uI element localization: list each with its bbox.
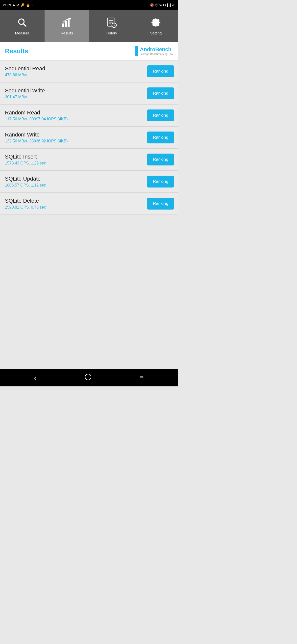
results-page-title: Results	[5, 47, 28, 55]
brand-subtitle: Storage Benchmarking Tool	[140, 52, 173, 56]
youtube-icon: ▶	[13, 3, 15, 7]
content-spacer	[0, 292, 178, 369]
result-sqlite-delete: SQLite Delete 2590.82 QPS, 0.78 sec Rank…	[0, 193, 178, 215]
search-icon	[17, 17, 28, 29]
brand-text: AndroBench Storage Benchmarking Tool	[140, 46, 173, 56]
ranking-button-sqlite-insert[interactable]: Ranking	[147, 154, 174, 166]
result-info: Sequential Write 201.47 MB/s	[5, 88, 147, 99]
tab-setting[interactable]: Setting	[134, 10, 178, 42]
results-header: Results AndroBench Storage Benchmarking …	[0, 42, 178, 60]
tab-results[interactable]: Results	[44, 10, 89, 42]
status-left: 21:39 ▶ M 🔑 🔥 •	[3, 3, 33, 7]
result-info: SQLite Insert 1578.43 QPS, 1.29 sec	[5, 154, 147, 166]
nav-tabs: Measure Results History	[0, 10, 178, 42]
dot-icon: •	[31, 3, 33, 7]
result-sequential-write: Sequential Write 201.47 MB/s Ranking	[0, 82, 178, 104]
tab-measure[interactable]: Measure	[0, 10, 44, 42]
svg-rect-2	[62, 23, 64, 27]
results-list: Sequential Read 478.86 MB/s Ranking Sequ…	[0, 60, 178, 292]
wifi-icon: WiFi	[159, 3, 166, 7]
ranking-button-sqlite-delete[interactable]: Ranking	[147, 198, 174, 210]
result-sequential-read: Sequential Read 478.86 MB/s Ranking	[0, 60, 178, 82]
key-icon: 🔑	[20, 3, 24, 7]
result-value: 201.47 MB/s	[5, 95, 147, 99]
back-button[interactable]: ‹	[29, 371, 41, 384]
menu-button[interactable]: ≡	[135, 372, 149, 384]
tab-history-label: History	[106, 31, 117, 35]
ranking-button-random-write[interactable]: Ranking	[147, 132, 174, 144]
result-random-read: Random Read 117.56 MB/s, 30097.04 IOPS (…	[0, 104, 178, 126]
result-name: SQLite Update	[5, 176, 147, 182]
result-value: 478.86 MB/s	[5, 73, 147, 77]
ranking-button-sequential-read[interactable]: Ranking	[147, 66, 174, 77]
result-info: Sequential Read 478.86 MB/s	[5, 66, 147, 77]
result-value: 1806.57 QPS, 1.12 sec	[5, 183, 147, 188]
result-info: Random Write 132.56 MB/s, 33936.92 IOPS …	[5, 132, 147, 144]
ranking-button-random-read[interactable]: Ranking	[147, 110, 174, 121]
history-icon	[106, 17, 117, 29]
result-name: SQLite Delete	[5, 198, 147, 204]
fire-icon: 🔥	[26, 3, 30, 7]
ranking-button-sequential-write[interactable]: Ranking	[147, 88, 174, 99]
result-name: Sequential Write	[5, 88, 147, 94]
home-button[interactable]	[80, 371, 96, 384]
battery-icon: 70	[172, 3, 175, 7]
result-info: Random Read 117.56 MB/s, 30097.04 IOPS (…	[5, 110, 147, 121]
result-value: 1578.43 QPS, 1.29 sec	[5, 161, 147, 166]
tab-measure-label: Measure	[15, 31, 29, 35]
result-info: SQLite Update 1806.57 QPS, 1.12 sec	[5, 176, 147, 188]
result-value: 117.56 MB/s, 30097.04 IOPS (4KB)	[5, 117, 147, 121]
menu-icon: ≡	[140, 374, 144, 382]
back-icon: ‹	[34, 374, 36, 382]
brand-name-part2: Bench	[155, 46, 171, 52]
results-icon	[61, 17, 72, 29]
ranking-button-sqlite-update[interactable]: Ranking	[147, 176, 174, 188]
result-value: 132.56 MB/s, 33936.92 IOPS (4KB)	[5, 139, 147, 144]
tab-setting-label: Setting	[150, 31, 162, 35]
svg-rect-3	[65, 21, 67, 27]
home-icon	[85, 374, 92, 382]
tab-results-label: Results	[61, 31, 73, 35]
brand-name: AndroBench	[140, 46, 173, 52]
brand-logo: AndroBench Storage Benchmarking Tool	[135, 46, 173, 56]
status-bar: 21:39 ▶ M 🔑 🔥 • 🔇 📳 WiFi ▌▐ 70	[0, 0, 178, 10]
status-time: 21:39	[3, 3, 11, 7]
brand-accent-bar	[135, 46, 138, 56]
result-sqlite-insert: SQLite Insert 1578.43 QPS, 1.29 sec Rank…	[0, 148, 178, 171]
result-info: SQLite Delete 2590.82 QPS, 0.78 sec	[5, 198, 147, 210]
svg-point-12	[85, 374, 91, 380]
mute-icon: 🔇	[150, 3, 154, 7]
result-name: SQLite Insert	[5, 154, 147, 160]
result-sqlite-update: SQLite Update 1806.57 QPS, 1.12 sec Rank…	[0, 171, 178, 193]
setting-icon	[150, 17, 161, 29]
tab-history[interactable]: History	[89, 10, 134, 42]
svg-rect-4	[68, 19, 69, 27]
result-name: Random Write	[5, 132, 147, 138]
status-right: 🔇 📳 WiFi ▌▐ 70	[150, 3, 175, 7]
result-name: Random Read	[5, 110, 147, 116]
result-name: Sequential Read	[5, 66, 147, 72]
result-value: 2590.82 QPS, 0.78 sec	[5, 205, 147, 210]
gmail-icon: M	[16, 3, 19, 7]
network-icon: ▌▐	[167, 4, 171, 6]
brand-name-part1: Andro	[140, 46, 155, 52]
bottom-nav-bar: ‹ ≡	[0, 369, 178, 386]
vibrate-icon: 📳	[155, 4, 158, 7]
svg-line-1	[23, 24, 26, 26]
result-random-write: Random Write 132.56 MB/s, 33936.92 IOPS …	[0, 126, 178, 148]
